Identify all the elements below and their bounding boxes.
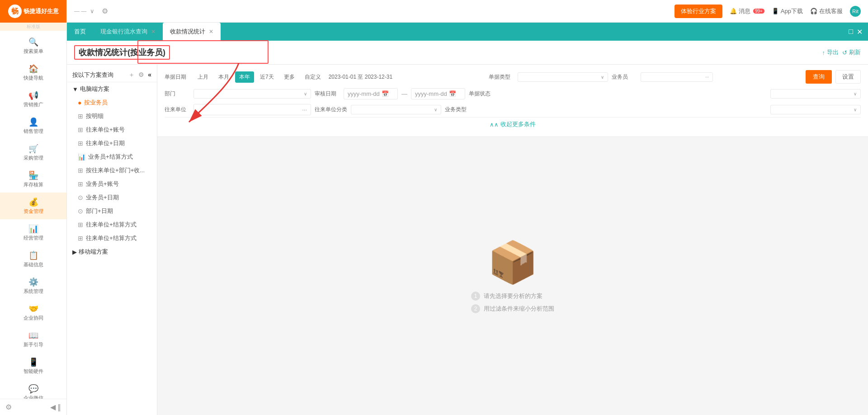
sidebar-label-enterprise: 企业协同 (24, 315, 43, 321)
sidebar-label-wechat: 企业微信 (24, 395, 43, 399)
online-service-btn[interactable]: 🎧 在线客服 (810, 7, 843, 15)
home-icon: 🏠 (28, 64, 38, 74)
review-date-from-calendar[interactable]: 📅 (382, 90, 389, 97)
panel-header: 按以下方案查询 ＋ ⚙ « (67, 68, 157, 82)
voucher-status-select[interactable]: ∨ (770, 89, 861, 99)
partner-unit-dots[interactable]: ··· (302, 106, 307, 113)
app-icon: 📱 (772, 8, 779, 14)
empty-text: 1 请先选择要分析的方案 2 用过滤条件来缩小分析范围 (471, 292, 554, 313)
tree-item-partner-settlement2[interactable]: ⊞ 往来单位+结算方式 (72, 231, 157, 245)
dept-select[interactable]: ∨ (193, 89, 311, 99)
window-restore-icon[interactable]: □ (849, 28, 853, 36)
main-area: — — ∨ ⚙ 体验行业方案 🔔 消息 99+ 📱 App下载 🎧 在线客服 R… (67, 0, 868, 415)
collapse-sidebar-icon[interactable]: ◀ ‖ (50, 403, 61, 411)
service-label: 在线客服 (819, 7, 843, 15)
sidebar-item-wechat[interactable]: 💬 企业微信 (0, 379, 66, 399)
tab-bank-label: 现金银行流水查询 (100, 28, 147, 36)
review-date-to[interactable]: yyyy-mm-dd 📅 (411, 88, 465, 99)
settings-bottom-icon[interactable]: ⚙ (5, 403, 12, 411)
partner-account-icon: ⊞ (78, 126, 83, 133)
sidebar-item-system[interactable]: ⚙️ 系统管理 (0, 273, 66, 299)
breadcrumb-arrow[interactable]: ∨ (90, 8, 94, 14)
partner-category-select[interactable]: ∨ (351, 105, 441, 114)
voucher-type-select[interactable]: ∨ (518, 72, 608, 82)
date-btn-7days[interactable]: 近7天 (256, 71, 278, 83)
sidebar-item-basic[interactable]: 📋 基础信息 (0, 246, 66, 273)
tree-item-dept-date[interactable]: ⊙ 部门+日期 (72, 204, 157, 218)
sidebar-item-purchase[interactable]: 🛒 采购管理 (0, 139, 66, 166)
tree-item-partner-date-label: 往来单位+日期 (86, 139, 125, 147)
tab-collection[interactable]: 收款情况统计 ✕ (163, 23, 221, 41)
refresh-icon: ↺ (842, 49, 847, 56)
date-btn-this-year[interactable]: 本年 (235, 71, 254, 83)
tree-item-salesperson-settlement[interactable]: 📊 业务员+结算方式 (72, 150, 157, 164)
setting-button[interactable]: 设置 (835, 70, 861, 84)
sidebar-item-enterprise[interactable]: 🤝 企业协同 (0, 299, 66, 326)
tree-item-salesperson-label: 按业务员 (84, 99, 108, 107)
dept-date-icon: ⊙ (78, 208, 83, 215)
review-date-to-calendar[interactable]: 📅 (449, 90, 456, 97)
salesperson-more-icon[interactable]: ··· (705, 75, 709, 80)
scheme-settings-icon[interactable]: ⚙ (138, 71, 144, 79)
sidebar-nav: 🔍 搜索菜单 🏠 快捷导航 📢 营销推广 👤 销售管理 🛒 采购管理 🏪 库存核… (0, 31, 66, 399)
user-avatar[interactable]: Rit (850, 6, 861, 17)
sidebar-item-search[interactable]: 🔍 搜索菜单 (0, 33, 66, 59)
sidebar-edition: 标准版 (0, 23, 66, 31)
date-btn-custom[interactable]: 自定义 (301, 71, 325, 83)
step-num-2: 2 (471, 304, 480, 313)
date-btn-more[interactable]: 更多 (280, 71, 299, 83)
window-close-icon[interactable]: ✕ (857, 28, 863, 36)
tree-item-partner-date[interactable]: ⊞ 往来单位+日期 (72, 137, 157, 150)
tree-item-partner-account[interactable]: ⊞ 往来单位+账号 (72, 123, 157, 137)
tree-item-partner-settlement2-label: 往来单位+结算方式 (86, 234, 137, 242)
tree-item-partner-settlement1[interactable]: ⊞ 往来单位+结算方式 (72, 218, 157, 231)
review-date-from-placeholder: yyyy-mm-dd (348, 90, 380, 97)
sidebar-item-marketing[interactable]: 📢 营销推广 (0, 86, 66, 113)
sidebar-item-hardware[interactable]: 📱 智能硬件 (0, 353, 66, 379)
sidebar-item-guide[interactable]: 📖 新手引导 (0, 326, 66, 353)
sidebar-item-quicknav[interactable]: 🏠 快捷导航 (0, 59, 66, 86)
business-type-select[interactable]: ∨ (770, 105, 861, 114)
tree-item-salesperson-date[interactable]: ⊙ 业务员+日期 (72, 191, 157, 204)
settings-icon[interactable]: ⚙ (102, 7, 108, 15)
sidebar-item-sales[interactable]: 👤 销售管理 (0, 113, 66, 139)
tab-bank-close[interactable]: ✕ (151, 28, 156, 35)
step-2-label: 用过滤条件来缩小分析范围 (484, 305, 554, 313)
tab-bank[interactable]: 现金银行流水查询 ✕ (93, 23, 163, 41)
sidebar-item-finance[interactable]: 💰 资金管理 (0, 193, 66, 219)
topbar: — — ∨ ⚙ 体验行业方案 🔔 消息 99+ 📱 App下载 🎧 在线客服 R… (67, 0, 868, 23)
tree-item-by-salesperson[interactable]: ● 按业务员 (72, 96, 157, 109)
sidebar-item-operation[interactable]: 📊 经营管理 (0, 219, 66, 246)
panel-header-icons: ＋ ⚙ « (128, 71, 151, 79)
app-download-btn[interactable]: 📱 App下载 (772, 7, 803, 15)
notification-btn[interactable]: 🔔 消息 99+ (730, 7, 764, 15)
tree-item-salesperson-account[interactable]: ⊞ 业务员+账号 (72, 177, 157, 191)
sidebar-label-sales: 销售管理 (24, 128, 43, 135)
guide-icon: 📖 (28, 330, 38, 340)
refresh-button[interactable]: ↺ 刷新 (842, 48, 861, 57)
add-scheme-icon[interactable]: ＋ (128, 71, 135, 79)
collapse-panel-icon[interactable]: « (148, 71, 151, 79)
date-btn-last-month[interactable]: 上月 (193, 71, 212, 83)
review-date-from[interactable]: yyyy-mm-dd 📅 (344, 88, 398, 99)
tree-item-detail-label: 按明细 (86, 112, 104, 120)
tab-home[interactable]: 首页 (67, 23, 93, 41)
query-button[interactable]: 查询 (806, 70, 832, 84)
tree-item-partner-dept[interactable]: ⊞ 按往来单位+部门+收... (72, 164, 157, 177)
export-button[interactable]: ↑ 导出 (822, 48, 839, 57)
tree-mobile-group[interactable]: ▶ 移动端方案 (67, 245, 157, 259)
tree-pc-group[interactable]: ▼ 电脑端方案 (67, 82, 157, 96)
app-label: App下载 (781, 7, 803, 15)
logo-text: 畅捷通好生意 (24, 8, 59, 15)
sidebar-item-inventory[interactable]: 🏪 库存核算 (0, 166, 66, 193)
date-btn-this-month[interactable]: 本月 (214, 71, 233, 83)
salesperson-select[interactable]: ··· (641, 72, 713, 82)
tabbar: 首页 现金银行流水查询 ✕ 收款情况统计 ✕ □ ✕ (67, 23, 868, 41)
partner-unit-input[interactable]: ··· (193, 104, 311, 115)
tab-collection-close[interactable]: ✕ (209, 28, 213, 35)
trial-button[interactable]: 体验行业方案 (675, 5, 722, 18)
tree-pc-arrow: ▼ (72, 86, 78, 93)
tree-item-by-detail[interactable]: ⊞ 按明细 (72, 109, 157, 123)
sidebar-label-basic: 基础信息 (24, 261, 43, 268)
collapse-more-btn[interactable]: ∧∧ 收起更多条件 (165, 117, 861, 131)
